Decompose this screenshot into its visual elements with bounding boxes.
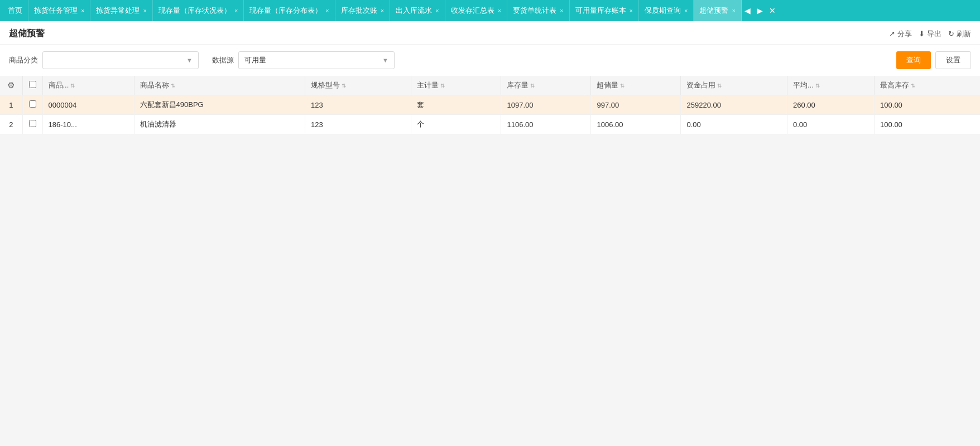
col-header-stock[interactable]: 库存量 ⇅: [501, 76, 591, 95]
nav-close-button[interactable]: ✕: [766, 0, 779, 21]
row-overstock: 997.00: [591, 95, 681, 115]
row-product-name: 机油滤清器: [134, 115, 305, 134]
nav-tab-exception[interactable]: 拣货异常处理 ×: [90, 0, 152, 21]
nav-next-button[interactable]: ▶: [754, 0, 766, 21]
datasource-select-value: 可用量: [244, 55, 266, 65]
row-max-stock: 100.00: [875, 115, 980, 134]
close-icon[interactable]: ×: [435, 7, 439, 14]
row-product-code: 186-10...: [42, 115, 134, 134]
nav-tab-summary[interactable]: 收发存汇总表 ×: [445, 0, 507, 21]
nav-tab-stock-status[interactable]: 现存量（库存状况表） ×: [153, 0, 244, 21]
table-container: ⚙ 商品... ⇅ 商品名称 ⇅: [0, 76, 980, 134]
nav-tab-expiry[interactable]: 保质期查询 ×: [639, 0, 694, 21]
col-header-spec[interactable]: 规格型号 ⇅: [305, 76, 411, 95]
close-icon[interactable]: ×: [234, 7, 238, 14]
sort-icon: ⇅: [70, 83, 75, 89]
gear-icon[interactable]: ⚙: [7, 80, 15, 90]
col-header-unit[interactable]: 主计量 ⇅: [411, 76, 501, 95]
col-header-product-code[interactable]: 商品... ⇅: [42, 76, 134, 95]
datasource-select[interactable]: 可用量 ▼: [238, 51, 395, 69]
nav-tab-stock-dist[interactable]: 现存量（库存分布表） ×: [244, 0, 335, 21]
nav-tab-task[interactable]: 拣货任务管理 ×: [28, 0, 90, 21]
page-header: 超储预警 ↗ 分享 ⬇ 导出 ↻ 刷新: [0, 21, 980, 45]
col-header-product-name[interactable]: 商品名称 ⇅: [134, 76, 305, 95]
select-all-checkbox[interactable]: [29, 81, 36, 88]
sort-icon: ⇅: [717, 83, 722, 89]
row-overstock: 1006.00: [591, 115, 681, 134]
row-checkbox-cell: [22, 95, 42, 115]
nav-tab-home[interactable]: 首页: [2, 0, 28, 21]
header-actions: ↗ 分享 ⬇ 导出 ↻ 刷新: [889, 29, 971, 39]
row-max-stock: 100.00: [875, 95, 980, 115]
main-content: 超储预警 ↗ 分享 ⬇ 导出 ↻ 刷新 商品分类 ▼ 数据源: [0, 21, 980, 134]
filter-area: 商品分类 ▼ 数据源 可用量 ▼ 查询 设置: [0, 45, 980, 76]
nav-tab-order-stats[interactable]: 要货单统计表 ×: [507, 0, 569, 21]
category-filter-group: 商品分类 ▼: [9, 51, 199, 69]
close-icon[interactable]: ×: [143, 7, 146, 14]
sort-icon: ⇅: [530, 83, 535, 89]
top-nav: 首页 拣货任务管理 × 拣货异常处理 × 现存量（库存状况表） × 现存量（库存…: [0, 0, 980, 21]
table-row: 1 0000004 六配套新昌490BPG 123 套 1097.00 997.…: [0, 95, 980, 115]
col-header-checkbox: [22, 76, 42, 95]
close-icon[interactable]: ×: [81, 7, 84, 14]
refresh-icon: ↻: [948, 30, 954, 38]
row-stock: 1097.00: [501, 95, 591, 115]
data-table: ⚙ 商品... ⇅ 商品名称 ⇅: [0, 76, 980, 134]
share-button[interactable]: ↗ 分享: [889, 29, 912, 39]
row-stock: 1106.00: [501, 115, 591, 134]
category-select[interactable]: ▼: [42, 51, 199, 69]
row-avg: 0.00: [787, 115, 874, 134]
datasource-label: 数据源: [212, 55, 234, 65]
row-spec: 123: [305, 115, 411, 134]
row-checkbox-cell: [22, 115, 42, 134]
close-icon[interactable]: ×: [381, 7, 384, 14]
settings-button[interactable]: 设置: [935, 51, 971, 69]
chevron-down-icon: ▼: [186, 57, 193, 64]
query-button[interactable]: 查询: [896, 51, 931, 69]
row-capital: 0.00: [681, 115, 787, 134]
nav-tab-inout[interactable]: 出入库流水 ×: [390, 0, 445, 21]
col-header-max[interactable]: 最高库存 ⇅: [875, 76, 980, 95]
sort-icon: ⇅: [620, 83, 624, 89]
nav-tab-batch[interactable]: 库存批次账 ×: [335, 0, 390, 21]
row-unit: 个: [411, 115, 501, 134]
row-product-name: 六配套新昌490BPG: [134, 95, 305, 115]
sort-icon: ⇅: [815, 83, 820, 89]
nav-prev-button[interactable]: ◀: [742, 0, 754, 21]
page-title: 超储预警: [9, 28, 45, 40]
col-header-capital[interactable]: 资金占用 ⇅: [681, 76, 787, 95]
sort-icon: ⇅: [440, 83, 445, 89]
close-icon[interactable]: ×: [732, 7, 735, 14]
nav-tab-available[interactable]: 可用量库存账本 ×: [570, 0, 639, 21]
col-header-overstock[interactable]: 超储量 ⇅: [591, 76, 681, 95]
row-product-code: 0000004: [42, 95, 134, 115]
nav-tab-overstock[interactable]: 超储预警 ×: [694, 0, 741, 21]
row-checkbox[interactable]: [29, 100, 36, 108]
export-icon: ⬇: [919, 30, 925, 38]
close-icon[interactable]: ×: [684, 7, 688, 14]
row-capital: 259220.00: [681, 95, 787, 115]
sort-icon: ⇅: [911, 83, 915, 89]
col-header-avg[interactable]: 平均... ⇅: [787, 76, 874, 95]
sort-icon: ⇅: [342, 83, 346, 89]
close-icon[interactable]: ×: [325, 7, 329, 14]
filter-actions: 查询 设置: [896, 51, 971, 69]
col-header-gear: ⚙: [0, 76, 22, 95]
row-index: 2: [0, 115, 22, 134]
close-icon[interactable]: ×: [560, 7, 563, 14]
sort-icon: ⇅: [171, 83, 175, 89]
share-icon: ↗: [889, 30, 895, 38]
row-avg: 260.00: [787, 95, 874, 115]
datasource-filter-group: 数据源 可用量 ▼: [212, 51, 395, 69]
row-unit: 套: [411, 95, 501, 115]
row-index: 1: [0, 95, 22, 115]
close-icon[interactable]: ×: [630, 7, 633, 14]
table-header-row: ⚙ 商品... ⇅ 商品名称 ⇅: [0, 76, 980, 95]
row-checkbox[interactable]: [29, 120, 36, 127]
refresh-button[interactable]: ↻ 刷新: [948, 29, 971, 39]
close-icon[interactable]: ×: [498, 7, 501, 14]
table-row: 2 186-10... 机油滤清器 123 个 1106.00 1006.00 …: [0, 115, 980, 134]
row-spec: 123: [305, 95, 411, 115]
export-button[interactable]: ⬇ 导出: [919, 29, 941, 39]
chevron-down-icon: ▼: [382, 57, 388, 64]
